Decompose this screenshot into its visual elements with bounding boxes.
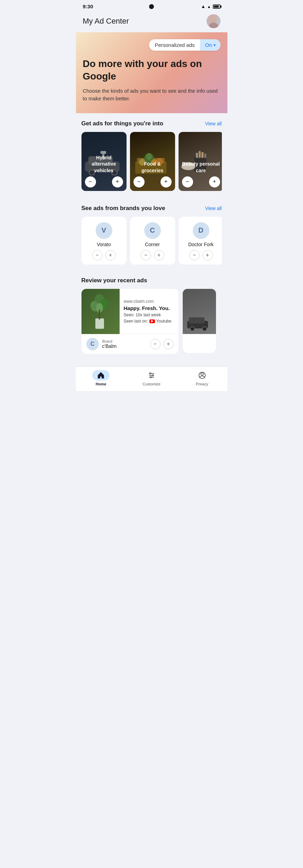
dislike-food-button[interactable]: − [133, 176, 145, 187]
brands-section-header: See ads from brands you love View all [81, 205, 222, 212]
review-url: www.cbalm.com [124, 299, 172, 304]
dislike-corner-button[interactable]: − [141, 250, 151, 260]
youtube-icon [149, 319, 155, 323]
dislike-doctorfork-button[interactable]: − [189, 250, 200, 260]
interest-section-header: Get ads for things you're into View all [81, 120, 222, 127]
on-button[interactable]: On ▾ [200, 39, 220, 51]
personalized-ads-bar: Personalized ads On ▾ [83, 39, 220, 51]
dislike-vorato-button[interactable]: − [92, 250, 103, 260]
svg-rect-31 [189, 317, 205, 324]
customize-nav-label: Customize [142, 382, 161, 386]
svg-rect-29 [99, 310, 100, 319]
svg-rect-20 [201, 152, 204, 158]
status-time: 9:30 [83, 3, 93, 9]
like-cbalm-button[interactable]: + [163, 339, 174, 349]
svg-rect-24 [95, 318, 104, 329]
avatar[interactable] [207, 14, 220, 28]
beauty-card-label: Beauty personal care [182, 161, 220, 173]
interest-card-hybrid: Hybrid alternative vehicles − + [81, 132, 127, 191]
svg-rect-19 [199, 151, 201, 158]
brand-card-doctorfork: D Doctor Fork − + [179, 217, 222, 265]
corner-actions: − + [141, 250, 164, 260]
signal-icon: ▲ [207, 5, 211, 9]
cbalm-brand-name: c'Balm [102, 343, 147, 349]
review-title: Review your recent ads [81, 277, 222, 284]
card-overlay-beauty: Beauty personal care − + [179, 132, 222, 191]
like-hybrid-button[interactable]: + [112, 176, 123, 187]
battery-icon [213, 5, 220, 9]
dislike-beauty-button[interactable]: − [182, 176, 193, 187]
interest-view-all-link[interactable]: View all [205, 121, 222, 126]
brand-card-corner: C Corner − + [130, 217, 175, 265]
interest-section-title: Get ads for things you're into [81, 120, 163, 127]
status-bar: 9:30 ▲ ▲ [76, 0, 227, 11]
review-card-partial [183, 289, 216, 353]
like-food-button[interactable]: + [161, 176, 172, 187]
interest-card-beauty: Beauty personal care − + [179, 132, 222, 191]
food-card-label: Food & groceries [133, 161, 172, 173]
wifi-icon: ▲ [201, 4, 206, 9]
svg-rect-18 [196, 153, 198, 158]
like-doctorfork-button[interactable]: + [202, 250, 213, 260]
interest-section: Get ads for things you're into View all [76, 113, 227, 198]
avatar-image [207, 14, 220, 28]
home-nav-label: Home [96, 382, 106, 386]
hybrid-card-actions: − + [85, 176, 123, 187]
review-headline: Happy. Fresh. You. [124, 305, 172, 311]
privacy-nav-label: Privacy [196, 382, 208, 386]
brands-view-all-link[interactable]: View all [205, 206, 222, 211]
personalized-ads-pill: Personalized ads On ▾ [149, 39, 220, 51]
review-section: Review your recent ads www.cbal [76, 272, 227, 361]
svg-rect-9 [101, 151, 106, 154]
review-seen-count: Seen: 10x last week [124, 312, 172, 317]
cbalm-card-actions: − + [150, 339, 174, 349]
beauty-card-actions: − + [182, 176, 220, 187]
app-title: My Ad Center [83, 17, 129, 26]
personalized-ads-label: Personalized ads [149, 39, 200, 51]
nav-item-customize[interactable]: Customize [126, 370, 177, 386]
svg-point-32 [190, 327, 194, 331]
like-beauty-button[interactable]: + [209, 176, 220, 187]
doctorfork-avatar: D [193, 222, 209, 239]
dislike-cbalm-button[interactable]: − [150, 339, 161, 349]
status-icons: ▲ ▲ [201, 4, 220, 9]
like-corner-button[interactable]: + [154, 250, 164, 260]
brands-scroll: V Vorato − + C Corner − + D Doctor Fork … [81, 217, 222, 269]
nav-item-home[interactable]: Home [76, 370, 127, 386]
svg-point-2 [211, 17, 216, 22]
review-thumb-cbalm [81, 289, 120, 334]
card-overlay-hybrid: Hybrid alternative vehicles − + [81, 132, 127, 191]
cbalm-brand-info: Brand c'Balm [102, 339, 147, 349]
svg-point-13 [146, 153, 152, 160]
home-icon [92, 370, 110, 381]
review-info-cbalm: www.cbalm.com Happy. Fresh. You. Seen: 1… [120, 289, 176, 334]
food-card-actions: − + [133, 176, 172, 187]
hybrid-card-label: Hybrid alternative vehicles [85, 155, 123, 174]
corner-name: Corner [145, 242, 160, 247]
svg-point-39 [150, 376, 152, 378]
hero-title: Do more with your ads on Google [83, 58, 220, 83]
svg-rect-21 [204, 153, 206, 158]
hero-section: Personalized ads On ▾ Do more with your … [76, 32, 227, 113]
app-bar: My Ad Center [76, 11, 227, 32]
review-card-bottom: C Brand c'Balm − + [81, 334, 179, 354]
review-platform: Seen last on: Youtube [124, 319, 172, 324]
review-card-cbalm: www.cbalm.com Happy. Fresh. You. Seen: 1… [81, 289, 179, 354]
vorato-name: Vorato [97, 242, 111, 247]
bottom-nav: Home Customize Privacy [76, 366, 227, 391]
review-card-top: www.cbalm.com Happy. Fresh. You. Seen: 1… [81, 289, 179, 334]
brand-card-vorato: V Vorato − + [81, 217, 127, 265]
svg-point-38 [152, 375, 154, 376]
dislike-hybrid-button[interactable]: − [85, 176, 96, 187]
doctorfork-name: Doctor Fork [188, 242, 214, 247]
review-scroll: www.cbalm.com Happy. Fresh. You. Seen: 1… [81, 289, 222, 358]
corner-avatar: C [144, 222, 161, 239]
customize-icon [143, 370, 160, 381]
interest-card-food: Food & groceries − + [130, 132, 175, 191]
svg-point-33 [202, 327, 207, 331]
like-vorato-button[interactable]: + [105, 250, 116, 260]
camera-notch [149, 4, 154, 9]
card-overlay-food: Food & groceries − + [130, 132, 175, 191]
hero-subtitle: Choose the kinds of ads you want to see … [83, 87, 220, 103]
nav-item-privacy[interactable]: Privacy [177, 370, 227, 386]
